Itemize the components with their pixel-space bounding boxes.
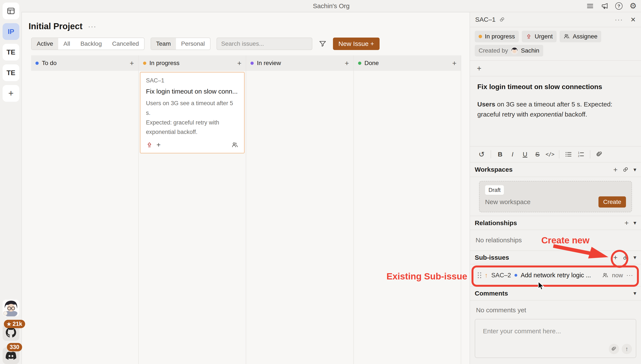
workspace-name[interactable]: New workspace — [485, 198, 531, 206]
sidebar-item-te-1[interactable]: TE — [3, 44, 19, 60]
ordered-list-icon[interactable]: 12 — [575, 150, 586, 159]
attach-file-button[interactable] — [609, 344, 619, 354]
discord-count-badge: 330 — [7, 343, 22, 351]
assignee-badge[interactable]: Assignee — [560, 31, 601, 42]
user-avatar[interactable] — [3, 300, 19, 316]
drag-handle-icon[interactable] — [478, 272, 481, 278]
subissues-section-title: Sub-issues — [475, 254, 509, 261]
code-icon[interactable]: </> — [544, 150, 555, 159]
in-progress-status-dot — [143, 62, 146, 65]
column-header-in-progress: In progress + — [139, 55, 246, 71]
issue-id: SAC–1 — [146, 77, 239, 84]
creator-avatar — [511, 47, 518, 54]
star-icon: ★ — [7, 321, 12, 327]
add-subissue-icon[interactable]: + — [613, 253, 617, 262]
send-comment-button[interactable]: ↑ — [622, 344, 632, 354]
sidebar-item-te-2[interactable]: TE — [3, 64, 19, 81]
settings-gear-icon[interactable]: ⚙ — [629, 2, 637, 10]
announcements-megaphone-icon[interactable] — [601, 2, 609, 10]
app-window: Sachin's Org ? ⚙ IP TE TE + — [0, 0, 641, 364]
comments-empty-text: No comments yet — [476, 306, 636, 314]
comment-input[interactable]: Enter your comment here... ↑ — [475, 319, 636, 358]
status-dot — [479, 35, 482, 38]
column-in-progress: In progress + SAC–1 Fix login timeout on… — [139, 55, 246, 364]
panel-menu-dots[interactable]: ··· — [615, 16, 623, 23]
assignee-people-icon[interactable] — [602, 272, 608, 278]
sidebar-item-initial-project[interactable]: IP — [3, 23, 19, 40]
attach-paperclip-icon[interactable] — [594, 150, 605, 159]
subissue-menu-dots[interactable]: ··· — [626, 272, 633, 278]
issue-description: Users on 3G see a timeout after 5 s. Exp… — [146, 98, 239, 137]
issue-side-panel: SAC–1 ··· ✕ In progress Urgent — [470, 12, 641, 364]
add-relationship-icon[interactable]: + — [624, 219, 629, 227]
tab-active[interactable]: Active — [32, 38, 58, 50]
copy-link-icon[interactable] — [499, 16, 505, 22]
project-menu-dots[interactable]: ··· — [88, 23, 97, 30]
tab-all[interactable]: All — [58, 38, 75, 50]
issue-card-sac-1[interactable]: SAC–1 Fix login timeout on slow conn... … — [140, 72, 245, 154]
github-stars-badge: ★ 21k — [4, 320, 25, 328]
create-workspace-button[interactable]: Create — [598, 196, 626, 208]
chevron-down-icon[interactable]: ▾ — [633, 220, 636, 226]
urgent-priority-icon[interactable] — [146, 142, 153, 148]
priority-badge[interactable]: Urgent — [522, 31, 557, 42]
add-issue-todo-button[interactable]: + — [130, 59, 134, 68]
hamburger-menu-icon[interactable] — [586, 2, 594, 10]
column-header-in-review: In review + — [246, 55, 353, 71]
undo-icon[interactable]: ↺ — [476, 150, 487, 159]
panel-issue-title[interactable]: Fix login timeout on slow connections — [477, 83, 634, 91]
workbench-button[interactable] — [3, 2, 19, 19]
add-label-icon[interactable]: + — [157, 141, 161, 149]
in-review-status-dot — [250, 62, 254, 65]
italic-icon[interactable]: I — [507, 150, 518, 159]
bullet-list-icon[interactable] — [563, 150, 574, 159]
add-issue-in-progress-button[interactable]: + — [237, 59, 241, 68]
filter-funnel-icon[interactable] — [318, 40, 327, 48]
panel-issue-id: SAC–1 — [475, 16, 496, 23]
search-input[interactable] — [216, 38, 312, 50]
done-status-dot — [358, 62, 361, 65]
link-icon[interactable] — [622, 166, 629, 173]
link-icon[interactable] — [622, 254, 629, 261]
top-bar: Sachin's Org ? ⚙ — [22, 0, 641, 12]
close-icon[interactable]: ✕ — [630, 16, 636, 24]
column-done: Done + — [354, 55, 461, 364]
tab-backlog[interactable]: Backlog — [75, 38, 107, 50]
chevron-down-icon[interactable]: ▾ — [633, 254, 636, 261]
tab-personal[interactable]: Personal — [176, 38, 210, 50]
new-issue-button[interactable]: New Issue + — [333, 38, 380, 50]
assignee-people-icon[interactable] — [231, 142, 238, 148]
subissue-row[interactable]: ↑ SAC–2 Add network retry logic ... now … — [470, 264, 641, 286]
underline-icon[interactable]: U — [519, 150, 531, 159]
add-workspace-button[interactable]: + — [3, 85, 19, 102]
add-issue-done-button[interactable]: + — [452, 59, 456, 68]
relationships-section-title: Relationships — [475, 219, 517, 227]
todo-status-dot — [36, 62, 39, 65]
created-by-badge[interactable]: Created by Sachin — [475, 45, 543, 56]
bold-icon[interactable]: B — [494, 150, 506, 159]
column-header-done: Done + — [354, 55, 461, 71]
subissue-id: SAC–2 — [491, 272, 511, 279]
add-workspace-icon[interactable]: + — [613, 166, 617, 174]
priority-up-arrow-icon: ↑ — [485, 272, 488, 279]
help-icon[interactable]: ? — [615, 2, 622, 10]
scope-tab-group: Team Personal — [151, 38, 210, 50]
workspaces-section-title: Workspaces — [475, 166, 513, 173]
editor-toolbar: ↺ B I U S </> 12 — [470, 146, 641, 162]
subissue-timestamp: now — [612, 272, 623, 279]
draft-badge: Draft — [485, 185, 504, 195]
tab-team[interactable]: Team — [151, 38, 176, 50]
add-attribute-button[interactable]: + — [477, 64, 481, 73]
comments-section-title: Comments — [475, 290, 508, 297]
chevron-down-icon[interactable]: ▾ — [633, 166, 636, 173]
subissue-title: Add network retry logic ... — [521, 272, 591, 279]
status-badge[interactable]: In progress — [475, 31, 519, 42]
workspace-draft-card: Draft New workspace Create — [479, 181, 632, 212]
strikethrough-icon[interactable]: S — [532, 150, 543, 159]
panel-issue-description[interactable]: Users on 3G see a timeout after 5 s. Exp… — [477, 99, 634, 119]
chevron-down-icon[interactable]: ▾ — [633, 290, 636, 296]
add-issue-in-review-button[interactable]: + — [345, 59, 349, 68]
tab-cancelled[interactable]: Cancelled — [107, 38, 144, 50]
send-arrow-icon: ↑ — [625, 346, 628, 352]
urgent-priority-icon — [526, 34, 532, 40]
